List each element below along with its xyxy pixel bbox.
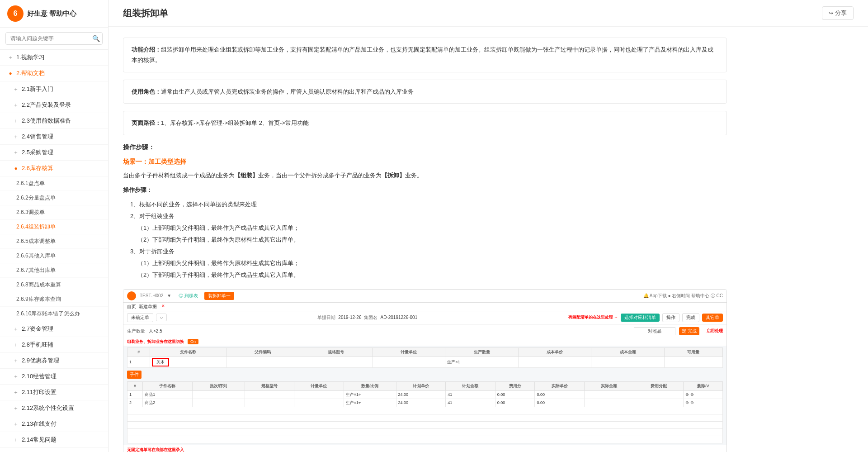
sim-doc-nav: 自页 新建单据 ✕ [123, 303, 726, 311]
plus-icon: ＋ [13, 149, 19, 156]
sidebar-item-mobile[interactable]: ＋ 2.8手机旺辅 [0, 337, 108, 353]
scell-unit [294, 390, 344, 399]
scol-cost-dist: 费用分 [495, 381, 535, 390]
step-1: 1、根据不同的业务，选择不同单据的类型来处理 [130, 199, 727, 210]
sim-logo-icon [127, 291, 136, 300]
sidebar-item-data-prep[interactable]: ＋ 2.3使用前数据准备 [0, 113, 108, 129]
scell-spec [245, 399, 294, 407]
col-parent-code: 父件编码 [226, 347, 299, 357]
plus-icon: ＋ [13, 437, 19, 443]
annotation-switch: 组装业务、拆卸业务在这里切换 [127, 339, 184, 345]
sim-app-name: TEST-H002 [140, 293, 163, 298]
plus-icon: ＋ [13, 102, 19, 108]
function-intro-block: 功能介绍：组装拆卸单用来处理企业组装或拆卸等加工业务，支持有固定装配清单的产品加… [123, 38, 727, 72]
scell-batch [192, 390, 245, 399]
sidebar-item-transfer[interactable]: 2.6.3调拨单 [0, 205, 108, 220]
sim-parent-table: # 父件名称 父件编码 规格型号 计量单位 生产数量 成本单价 成本金额 可用量 [127, 347, 723, 368]
sidebar-item-label: 2.8手机旺辅 [22, 341, 53, 349]
col-parent-name: 父件名称 [150, 347, 226, 357]
sidebar-item-install[interactable]: ＋ 2.2产品安装及登录 [0, 97, 108, 113]
sidebar-item-new-user[interactable]: ＋ 2.1新手入门 [0, 81, 108, 97]
scell-spec [245, 390, 294, 399]
scell-cost-alloc [634, 399, 684, 407]
annotation-enable: 启用处理 [707, 328, 723, 334]
sidebar-item-online-pay[interactable]: ＋ 2.13在线支付 [0, 416, 108, 432]
sidebar-item-other-out[interactable]: 2.6.7其他出库单 [0, 263, 108, 278]
sidebar-item-other-in[interactable]: 2.6.6其他入库单 [0, 249, 108, 263]
sim-icons-right: 🔔 App下载 ● 右侧时间 帮助中心 ⓘ CC [643, 293, 723, 299]
path-label: 页面路径： [132, 119, 161, 126]
sim-child-table: # 子件名称 批次/序列 规格型号 计量单位 数量/比例 计划单价 计划金额 费… [127, 381, 723, 443]
sidebar-item-cost-adjust[interactable]: 2.6.5成本调整单 [0, 234, 108, 249]
sidebar-item-assembly[interactable]: 2.6.4组装拆卸单 [0, 220, 108, 234]
role-block: 使用角色：通常由生产人员或库管人员完成拆装业务的操作，库管人员确认原材料的出库和… [123, 80, 727, 104]
sim-topbar: TEST-H002 ▼ ◎ 到课表 装拆卸单一 🔔 App下载 ● 右侧时间 帮… [123, 290, 726, 303]
search-box[interactable]: 🔍 [0, 28, 108, 50]
plus-icon: ＋ [13, 326, 19, 332]
sidebar-item-management[interactable]: ＋ 2.10经营管理 [0, 369, 108, 385]
sidebar-item-print[interactable]: ＋ 2.11打印设置 [0, 385, 108, 400]
sidebar: 6 好生意 帮助中心 🔍 ＋ 1.视频学习 ● 2.帮助文档 ＋ 2.1新手入门… [0, 0, 108, 452]
sidebar-item-coupon[interactable]: ＋ 2.9优惠券管理 [0, 353, 108, 369]
sim-sub-section-header: 子件 [127, 371, 142, 379]
table-row [127, 414, 723, 421]
sidebar-item-label: 2.帮助文档 [16, 69, 45, 77]
minus-icon: ● [13, 165, 19, 171]
sidebar-item-sales[interactable]: ＋ 2.4销售管理 [0, 129, 108, 145]
sim-nav-close: ✕ [161, 304, 165, 310]
sidebar-item-account-query[interactable]: 2.6.9库存账本查询 [0, 292, 108, 307]
table-row: 2 商品2 生产×1÷ 24.00 41 0.00 0.00 [127, 399, 723, 407]
sidebar-item-help-docs[interactable]: ● 2.帮助文档 [0, 66, 108, 81]
content-body: 功能介绍：组装拆卸单用来处理企业组装或拆卸等加工业务，支持有固定装配清单的产品加… [108, 27, 741, 452]
scell-batch [192, 399, 245, 407]
col-num: # [127, 347, 150, 357]
share-button[interactable]: ↪ 分享 [822, 6, 854, 20]
ops-title: 操作步骤： [123, 143, 727, 152]
sidebar-item-label: 2.5采购管理 [22, 148, 53, 157]
step-2: 2、对于组装业务 [130, 210, 727, 222]
scol-actual-amount: 实际金额 [585, 381, 634, 390]
sim-form-qty-value: 人×2.5 [149, 328, 162, 334]
table-row [127, 421, 723, 428]
sidebar-item-personalization[interactable]: ＋ 2.12系统个性化设置 [0, 400, 108, 416]
cell-unit [372, 357, 445, 367]
sidebar-item-inventory[interactable]: ● 2.6库存核算 [0, 161, 108, 176]
sidebar-item-cases[interactable]: ＋ 2.15操作案例 [0, 448, 108, 452]
sim-nav-btn: ◎ 到课表 [179, 293, 198, 299]
sidebar-item-stock-count[interactable]: 2.6.1盘点单 [0, 176, 108, 191]
table-row [127, 428, 723, 436]
annotation-no-bom: 无固定清单可在底部在这里录入 [123, 445, 726, 452]
col-available: 可用量 [664, 347, 722, 357]
page-title: 组装拆卸单 [123, 7, 168, 19]
share-label: 分享 [835, 9, 847, 17]
scene-desc: 当由多个子件材料组装成一个成品的业务为【组装】业务，当由一个父件拆分成多个子产品… [123, 170, 727, 181]
plus-icon: ＋ [13, 421, 19, 427]
sim-nav-new: 新建单据 [139, 304, 157, 310]
table-row: 1 关木 生产×1 [127, 357, 723, 367]
step-3-1: （1）上部明细为父件明细，最终作为原材料生成其它出库单； [137, 257, 727, 269]
cell-parent-code [226, 357, 299, 367]
sim-toolbar: 未确定单 ○ 单据日期 2019-12-26 集团名 AD-20191226-0… [123, 311, 726, 324]
sidebar-item-cost-recalc[interactable]: 2.6.8商品成本重算 [0, 278, 108, 292]
sidebar-item-purchase[interactable]: ＋ 2.5采购管理 [0, 145, 108, 161]
nav-section: ＋ 1.视频学习 ● 2.帮助文档 ＋ 2.1新手入门 ＋ 2.2产品安装及登录… [0, 50, 108, 452]
sidebar-item-finance[interactable]: ＋ 2.7资金管理 [0, 321, 108, 337]
plus-icon: ＋ [13, 373, 19, 380]
sidebar-item-video-learning[interactable]: ＋ 1.视频学习 [0, 50, 108, 66]
scell-actions: ⊕ ⊖ [684, 390, 723, 399]
col-unit: 计量单位 [372, 347, 445, 357]
sim-date-value: 2019-12-26 [338, 315, 361, 320]
sidebar-item-partial-count[interactable]: 2.6.2分量盘点单 [0, 191, 108, 205]
scol-name: 子件名称 [143, 381, 193, 390]
sim-ui: TEST-H002 ▼ ◎ 到课表 装拆卸单一 🔔 App下载 ● 右侧时间 帮… [123, 290, 726, 452]
sidebar-item-account-fix[interactable]: 2.6.10库存账本错了怎么办 [0, 307, 108, 321]
sidebar-header: 6 好生意 帮助中心 [0, 0, 108, 28]
scell-qty: 生产×1÷ [344, 399, 396, 407]
search-icon[interactable]: 🔍 [92, 35, 100, 42]
sidebar-item-label: 1.视频学习 [16, 53, 45, 62]
scol-actual-price: 实际单价 [535, 381, 585, 390]
sidebar-item-faq[interactable]: ＋ 2.14常见问题 [0, 432, 108, 448]
step-3-2: （2）下部明细为子件明细，最终作为产成品生成其它入库单。 [137, 269, 727, 281]
search-input[interactable] [5, 32, 103, 45]
scol-spec: 规格型号 [245, 381, 294, 390]
